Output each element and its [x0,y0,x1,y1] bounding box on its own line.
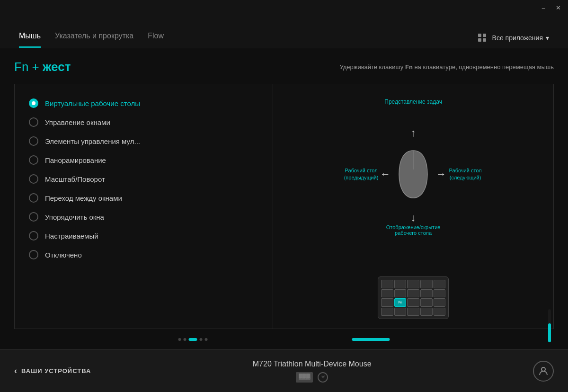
tab-mouse[interactable]: Мышь [19,32,55,48]
battery-icon: ▓▓▓ [296,372,313,383]
device-footer: ‹ ВАШИ УСТРОЙСТВА M720 Triathlon Multi-D… [0,349,568,392]
radio-zoom[interactable] [29,174,38,184]
key-11 [381,298,393,307]
all-apps-button[interactable]: Все приложения ▾ [492,34,549,42]
key-13 [407,298,419,307]
gesture-label-left: Рабочий стол(предыдущий) [337,167,385,182]
radio-disabled[interactable] [29,250,38,259]
key-2 [394,280,407,288]
back-button[interactable]: ‹ ВАШИ УСТРОЙСТВА [14,366,91,376]
key-7 [394,289,407,298]
option-label-disabled: Отключено [45,251,82,259]
mouse-shape [394,148,432,200]
key-16 [381,308,393,316]
option-switch-windows[interactable]: Переход между окнами [29,193,258,203]
main-content: Fn + жест Удерживайте клавишу Fn на клав… [0,48,568,349]
key-19 [420,308,433,316]
scroll-dot-active [189,338,197,341]
radio-arrange-windows[interactable] [29,212,38,222]
gesture-label-bottom: Отображение/скрытие рабочего стола [375,224,451,236]
key-5 [434,280,446,288]
option-label-window-management: Управление окнами [45,118,110,126]
device-icons-row: ▓▓▓ ✳ [91,372,533,383]
visual-panel: Представление задач ↑ Рабочий стол(преды… [273,84,553,329]
radio-multimedia[interactable] [29,136,38,146]
option-arrange-windows[interactable]: Упорядочить окна [29,212,258,222]
key-18 [407,308,419,316]
user-avatar[interactable] [533,361,554,382]
scroll-progress-bar [352,338,390,341]
key-8 [407,289,419,298]
close-button[interactable]: ✕ [553,3,563,12]
options-panel: Виртуальные рабочие столы Управление окн… [15,84,273,329]
svg-point-1 [541,367,545,371]
section-title: Fn + жест [14,60,71,74]
option-panning[interactable]: Панорамирование [29,155,258,165]
option-label-arrange-windows: Упорядочить окна [45,213,104,221]
radio-custom[interactable] [29,231,38,241]
content-panel: Виртуальные рабочие столы Управление окн… [14,84,554,329]
gesture-label-right: Рабочий стол(следующий) [442,167,489,182]
gesture-label-top: Представление задач [384,98,442,105]
option-label-panning: Панорамирование [45,156,106,164]
keyboard-image: Fn [378,276,449,319]
scroll-dot-3 [200,338,203,341]
radio-virtual-desktops[interactable] [29,98,38,108]
key-17 [394,308,407,316]
app-selector-area: Все приложения ▾ [478,34,549,48]
apps-grid-icon [478,34,487,42]
key-10 [434,289,446,298]
tab-bar: Мышь Указатель и прокрутка Flow Все прил… [0,15,568,48]
gesture-diagram: Представление задач ↑ Рабочий стол(преды… [337,98,489,250]
key-20 [434,308,446,316]
chevron-down-icon: ▾ [546,34,549,42]
section-hint: Удерживайте клавишу Fn на клавиатуре, од… [339,63,554,71]
asterisk-icon: ✳ [318,372,328,383]
device-name: M720 Triathlon Multi-Device Mouse [91,360,533,368]
window-controls: – ✕ [540,3,563,12]
radio-panning[interactable] [29,155,38,165]
section-header: Fn + жест Удерживайте клавишу Fn на клав… [14,60,554,74]
option-label-switch-windows: Переход между окнами [45,194,122,202]
option-label-custom: Настраиваемый [45,232,98,240]
scroll-dot-1 [178,338,181,341]
arrow-down-icon: ↓ [411,212,416,224]
key-6 [381,289,393,298]
key-4 [420,280,433,288]
tab-flow[interactable]: Flow [148,32,178,48]
arrow-left-icon: ← [380,168,390,180]
back-label: ВАШИ УСТРОЙСТВА [21,367,91,374]
option-multimedia[interactable]: Элементы управления мул... [29,136,258,146]
option-window-management[interactable]: Управление окнами [29,117,258,127]
option-virtual-desktops[interactable]: Виртуальные рабочие столы [29,98,258,108]
key-14 [420,298,433,307]
scroll-dot-4 [205,338,208,341]
scroll-dot-2 [184,338,186,341]
option-label-virtual-desktops: Виртуальные рабочие столы [45,99,140,107]
option-custom[interactable]: Настраиваемый [29,231,258,241]
radio-window-management[interactable] [29,117,38,127]
option-disabled[interactable]: Отключено [29,250,258,259]
title-bar: – ✕ [0,0,568,15]
minimize-button[interactable]: – [540,3,548,12]
key-fn: Fn [394,298,407,307]
tab-pointer[interactable]: Указатель и прокрутка [55,32,148,48]
keyboard-illustration: Fn [378,276,449,319]
arrow-up-icon: ↑ [411,127,416,139]
key-3 [407,280,419,288]
option-label-multimedia: Элементы управления мул... [45,137,140,145]
option-label-zoom: Масштаб/Поворот [45,175,105,183]
key-1 [381,280,393,288]
option-zoom[interactable]: Масштаб/Поворот [29,174,258,184]
key-9 [420,289,433,298]
radio-switch-windows[interactable] [29,193,38,203]
device-info: M720 Triathlon Multi-Device Mouse ▓▓▓ ✳ [91,360,533,383]
key-15 [434,298,446,307]
back-arrow-icon: ‹ [14,366,18,376]
